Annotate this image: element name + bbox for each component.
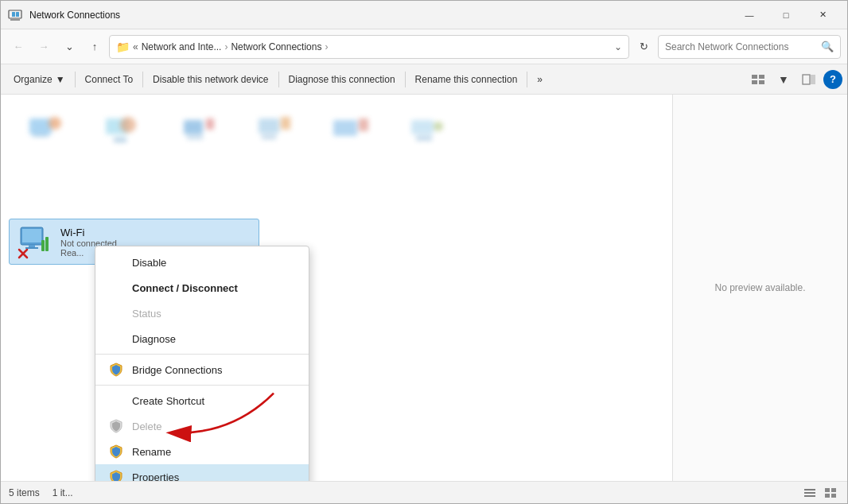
refresh-button[interactable]: ↻ (632, 36, 655, 58)
diagnose-label: Diagnose this connection (289, 74, 395, 85)
window-title: Network Connections (29, 10, 731, 21)
status-list-view-button[interactable] (801, 484, 819, 502)
close-button[interactable]: ✕ (804, 1, 841, 29)
ctx-properties[interactable]: Properties (95, 464, 309, 481)
statusbar-right (801, 484, 839, 502)
minimize-button[interactable]: — (731, 1, 768, 29)
forward-button[interactable]: → (33, 36, 55, 58)
breadcrumb-label1[interactable]: Network and Inte... (142, 41, 222, 52)
ctx-shortcut-label: Create Shortcut (132, 395, 204, 407)
svg-rect-15 (114, 138, 126, 142)
svg-rect-8 (803, 75, 810, 84)
ctx-shortcut-icon (108, 393, 124, 409)
svg-rect-6 (752, 80, 757, 84)
main-content: Wi-Fi Not connected Rea... Disable Conne… (1, 95, 847, 481)
addressbar: ← → ⌄ ↑ 📁 « Network and Inte... › Networ… (1, 29, 847, 64)
breadcrumb-sep1: › (224, 41, 228, 52)
back-button[interactable]: ← (7, 36, 29, 58)
items-count: 5 items (9, 487, 40, 498)
ctx-connect-label: Connect / Disconnect (132, 282, 238, 294)
network-icon (255, 112, 294, 150)
svg-rect-17 (206, 118, 214, 130)
more-button[interactable]: » (529, 68, 550, 91)
svg-rect-21 (262, 135, 276, 139)
ctx-diagnose[interactable]: Diagnose (95, 326, 309, 351)
disable-network-button[interactable]: Disable this network device (145, 68, 276, 91)
svg-point-12 (49, 117, 61, 130)
rename-label: Rename this connection (415, 74, 518, 85)
list-item (166, 107, 230, 155)
svg-rect-32 (45, 237, 49, 251)
list-item (395, 107, 459, 155)
ctx-disable-label: Disable (132, 257, 166, 269)
breadcrumb[interactable]: 📁 « Network and Inte... › Network Connec… (109, 35, 629, 59)
search-input[interactable] (665, 41, 816, 52)
wifi-name: Wi-Fi (60, 227, 117, 238)
toolbar-right: ▼ ? (747, 68, 842, 91)
more-label: » (537, 74, 543, 85)
ctx-connect-disconnect[interactable]: Connect / Disconnect (95, 275, 309, 300)
disable-network-label: Disable this network device (153, 74, 268, 85)
svg-rect-9 (811, 75, 815, 84)
dropdown-button[interactable]: ⌄ (58, 36, 80, 58)
svg-rect-25 (416, 136, 432, 141)
svg-rect-39 (825, 488, 830, 492)
ctx-rename-shield-icon (108, 444, 124, 459)
connect-to-label: Connect To (85, 74, 134, 85)
selected-count: 1 it... (53, 487, 73, 498)
list-item (319, 107, 383, 155)
up-button[interactable]: ↑ (84, 36, 106, 58)
help-button[interactable]: ? (823, 70, 842, 89)
ctx-rename-label: Rename (132, 446, 171, 458)
svg-rect-29 (29, 245, 35, 247)
svg-rect-42 (831, 494, 836, 498)
context-menu: Disable Connect / Disconnect Status Diag… (95, 246, 309, 481)
breadcrumb-label2[interactable]: Network Connections (231, 41, 321, 52)
ctx-rename[interactable]: Rename (95, 439, 309, 464)
diagnose-button[interactable]: Diagnose this connection (281, 68, 403, 91)
svg-rect-5 (759, 75, 764, 79)
ctx-shortcut[interactable]: Create Shortcut (95, 388, 309, 413)
network-icon (332, 112, 370, 150)
search-bar[interactable]: 🔍 (658, 35, 841, 59)
ctx-delete: Delete (95, 413, 309, 439)
ctx-disable[interactable]: Disable (95, 250, 309, 275)
svg-rect-18 (187, 136, 203, 139)
preview-text: No preview available. (714, 282, 805, 293)
maximize-button[interactable]: □ (768, 1, 804, 29)
breadcrumb-dropdown-icon[interactable]: ⌄ (614, 41, 622, 52)
ctx-bridge[interactable]: Bridge Connections (95, 357, 309, 382)
toolbar-separator-5 (527, 72, 527, 87)
toolbar: Organize ▼ Connect To Disable this netwo… (1, 64, 847, 95)
toolbar-separator-1 (75, 72, 76, 87)
file-area[interactable]: Wi-Fi Not connected Rea... Disable Conne… (1, 95, 672, 481)
wifi-icon-wrap (18, 224, 53, 259)
titlebar: Network Connections — □ ✕ (1, 1, 847, 29)
svg-rect-16 (184, 120, 203, 134)
wifi-network-icon (18, 224, 53, 259)
svg-rect-7 (759, 80, 764, 84)
svg-rect-24 (411, 120, 434, 134)
organize-button[interactable]: Organize ▼ (6, 68, 73, 91)
connect-to-button[interactable]: Connect To (77, 68, 142, 91)
svg-rect-19 (259, 118, 279, 134)
breadcrumb-part1[interactable]: « (133, 41, 138, 52)
ctx-delete-label: Delete (132, 421, 162, 432)
rename-button[interactable]: Rename this connection (407, 68, 526, 91)
list-item (14, 107, 77, 155)
view-dropdown-button[interactable]: ▼ (772, 68, 795, 91)
app-icon (7, 7, 23, 23)
svg-rect-22 (333, 120, 357, 136)
preview-panel: No preview available. (672, 95, 847, 481)
preview-pane-button[interactable] (798, 68, 820, 91)
breadcrumb-folder-icon: 📁 (116, 41, 130, 53)
statusbar: 5 items 1 it... (1, 481, 847, 503)
ctx-disable-icon (108, 254, 124, 270)
ctx-bridge-shield-icon (108, 362, 124, 378)
network-icon (26, 112, 64, 150)
status-tile-view-button[interactable] (822, 484, 839, 502)
view-options-button[interactable] (747, 68, 769, 91)
icons-grid (9, 103, 664, 160)
svg-rect-10 (29, 118, 52, 134)
ctx-connect-icon (108, 280, 124, 296)
